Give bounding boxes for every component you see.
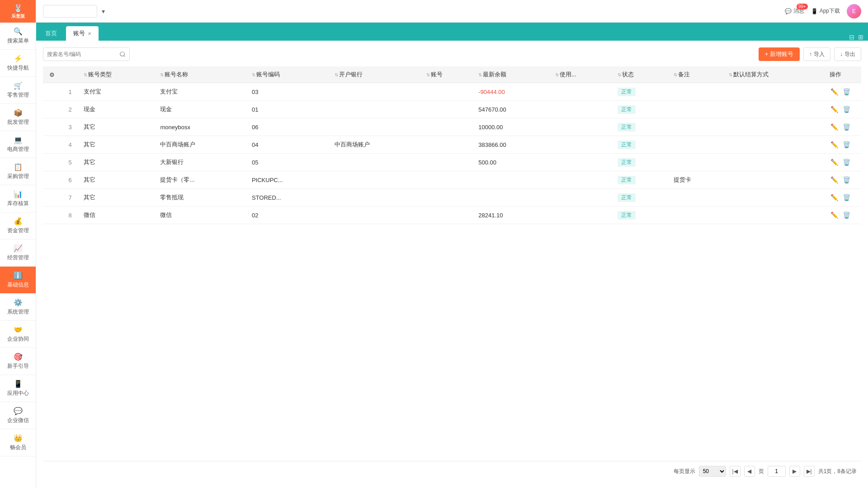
- col-account[interactable]: ⇅账号: [422, 66, 474, 83]
- page-number-input[interactable]: [768, 466, 786, 477]
- sidebar-item-label: 批发管理: [2, 118, 33, 126]
- sidebar-item-finance[interactable]: 💰 资金管理: [0, 212, 36, 239]
- collab-icon: 🤝: [2, 325, 33, 334]
- pagination: 每页显示 50 20 100 |◀ ◀ 页 ▶ ▶| 共1页，8条记录: [43, 461, 861, 481]
- quick-nav-icon: ⚡: [2, 54, 33, 63]
- row-code: PICKUPC...: [247, 171, 330, 189]
- app-download-button[interactable]: 📱 App下载: [811, 7, 840, 15]
- message-button[interactable]: 💬 消息 99+: [785, 7, 804, 15]
- table-row: 7 其它 零售抵现 STORED... 正常 ✏️ 🗑️: [43, 189, 861, 206]
- row-actions: ✏️ 🗑️: [825, 83, 861, 101]
- edit-button[interactable]: ✏️: [830, 158, 839, 167]
- row-settings: [43, 83, 61, 101]
- sidebar-item-operations[interactable]: 📈 经营管理: [0, 239, 36, 267]
- top-header: ▾ 💬 消息 99+ 📱 App下载 E: [36, 0, 868, 23]
- edit-button[interactable]: ✏️: [830, 105, 839, 114]
- edit-button[interactable]: ✏️: [830, 175, 839, 184]
- message-badge: 99+: [797, 4, 808, 9]
- row-index: 5: [61, 154, 79, 171]
- search-submit-button[interactable]: [116, 47, 129, 61]
- delete-button[interactable]: 🗑️: [842, 158, 851, 167]
- edit-button[interactable]: ✏️: [830, 87, 839, 96]
- row-account: [422, 206, 474, 224]
- tab-maximize-button[interactable]: ⊞: [858, 33, 863, 41]
- header-right: 💬 消息 99+ 📱 App下载 E: [785, 4, 861, 19]
- delete-button[interactable]: 🗑️: [842, 193, 851, 202]
- row-index: 3: [61, 118, 79, 136]
- sidebar-item-ecommerce[interactable]: 💻 电商管理: [0, 131, 36, 158]
- sidebar-item-wholesale[interactable]: 📦 批发管理: [0, 104, 36, 131]
- dropdown-button[interactable]: ▾: [102, 8, 105, 15]
- sidebar-item-basic-info[interactable]: ℹ️ 基础信息: [0, 267, 36, 294]
- sidebar-item-search[interactable]: 🔍 搜索菜单: [0, 23, 36, 50]
- top-search-input[interactable]: [43, 5, 97, 18]
- sidebar-item-guide[interactable]: 🎯 新手引导: [0, 348, 36, 375]
- col-name[interactable]: ⇅账号名称: [156, 66, 247, 83]
- col-index: [61, 66, 79, 83]
- tab-home[interactable]: 首页: [38, 26, 64, 41]
- sidebar-item-inventory[interactable]: 📊 库存核算: [0, 185, 36, 212]
- row-type: 支付宝: [79, 83, 156, 101]
- row-status: 正常: [613, 118, 669, 136]
- row-usage: [551, 83, 613, 101]
- last-page-button[interactable]: ▶|: [804, 466, 815, 477]
- sidebar-item-retail[interactable]: 🛒 零售管理: [0, 77, 36, 104]
- first-page-button[interactable]: |◀: [730, 466, 741, 477]
- row-balance: 500.00: [474, 154, 550, 171]
- col-default-settlement[interactable]: ⇅默认结算方式: [724, 66, 825, 83]
- account-search-input[interactable]: [43, 51, 116, 57]
- delete-button[interactable]: 🗑️: [842, 87, 851, 96]
- tab-minimize-button[interactable]: ⊟: [849, 33, 854, 41]
- row-usage: [551, 118, 613, 136]
- sidebar-item-collab[interactable]: 🤝 企业协同: [0, 321, 36, 348]
- per-page-select[interactable]: 50 20 100: [699, 466, 726, 477]
- sidebar-item-membership[interactable]: 👑 畅会员: [0, 429, 36, 456]
- delete-button[interactable]: 🗑️: [842, 175, 851, 184]
- col-remark[interactable]: ⇅备注: [669, 66, 724, 83]
- nav-tabs: 首页 账号 ✕ ⊟ ⊞: [36, 23, 868, 41]
- sidebar-item-system[interactable]: ⚙️ 系统管理: [0, 294, 36, 321]
- row-default-settlement: [724, 118, 825, 136]
- delete-button[interactable]: 🗑️: [842, 140, 851, 149]
- sidebar-item-label: 零售管理: [2, 91, 33, 99]
- import-label: 导入: [814, 51, 825, 58]
- sidebar-item-wechat[interactable]: 💬 企业微信: [0, 402, 36, 429]
- row-actions: ✏️ 🗑️: [825, 206, 861, 224]
- edit-button[interactable]: ✏️: [830, 193, 839, 202]
- import-button[interactable]: ↑ 导入: [803, 47, 830, 61]
- sidebar-item-app-center[interactable]: 📱 应用中心: [0, 375, 36, 402]
- delete-button[interactable]: 🗑️: [842, 211, 851, 220]
- prev-page-button[interactable]: ◀: [744, 466, 755, 477]
- col-usage[interactable]: ⇅使用...: [551, 66, 613, 83]
- row-settings: [43, 189, 61, 206]
- col-bank[interactable]: ⇅开户银行: [330, 66, 422, 83]
- edit-button[interactable]: ✏️: [830, 140, 839, 149]
- next-page-button[interactable]: ▶: [789, 466, 800, 477]
- sidebar-item-quick-nav[interactable]: ⚡ 快捷导航: [0, 50, 36, 77]
- sidebar-item-purchase[interactable]: 📋 采购管理: [0, 158, 36, 185]
- col-settings[interactable]: ⚙: [43, 66, 61, 83]
- col-balance[interactable]: ⇅最新余额: [474, 66, 550, 83]
- add-account-button[interactable]: + 新增账号: [759, 47, 800, 61]
- membership-icon: 👑: [2, 434, 33, 442]
- user-avatar[interactable]: E: [847, 4, 861, 19]
- col-status[interactable]: ⇅状态: [613, 66, 669, 83]
- row-bank: [330, 154, 422, 171]
- row-code: 03: [247, 83, 330, 101]
- operations-icon: 📈: [2, 244, 33, 253]
- row-status: 正常: [613, 101, 669, 118]
- edit-button[interactable]: ✏️: [830, 211, 839, 220]
- delete-button[interactable]: 🗑️: [842, 105, 851, 114]
- tab-close-icon[interactable]: ✕: [88, 31, 91, 36]
- edit-button[interactable]: ✏️: [830, 122, 839, 131]
- tab-account[interactable]: 账号 ✕: [66, 26, 99, 41]
- export-button[interactable]: ↓ 导出: [834, 47, 861, 61]
- sidebar-item-label: 电商管理: [2, 145, 33, 153]
- delete-button[interactable]: 🗑️: [842, 122, 851, 131]
- row-usage: [551, 154, 613, 171]
- row-index: 6: [61, 171, 79, 189]
- col-code[interactable]: ⇅账号编码: [247, 66, 330, 83]
- total-label: 共1页，8条记录: [818, 468, 857, 475]
- row-name: 零售抵现: [156, 189, 247, 206]
- col-type[interactable]: ⇅账号类型: [79, 66, 156, 83]
